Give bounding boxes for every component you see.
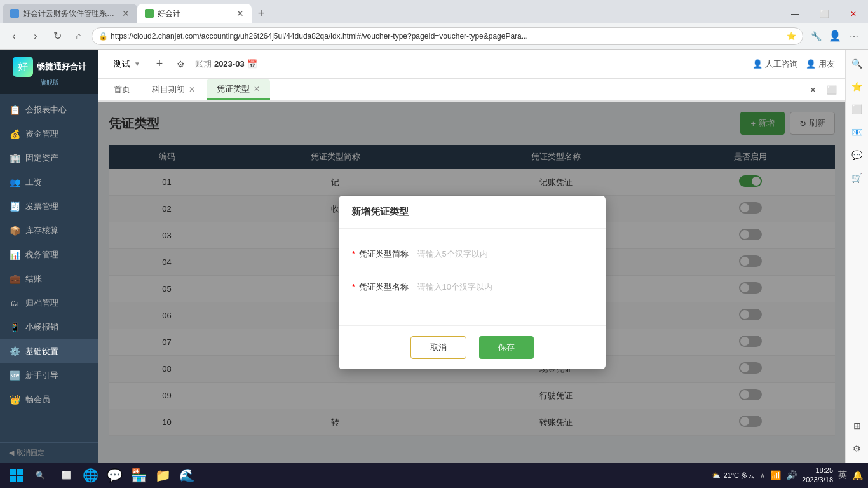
calendar-icon[interactable]: 📅 — [247, 59, 257, 69]
taskbar-app-edge[interactable]: 🌊 — [175, 464, 198, 487]
taskbar-app-multidesk[interactable]: ⬜ — [55, 464, 78, 487]
sidebar-item-checkout[interactable]: 💼 结账 — [0, 267, 98, 291]
home-button[interactable]: ⌂ — [70, 27, 88, 45]
bookmark-icon[interactable]: ⭐ — [787, 32, 796, 41]
sidebar-item-member[interactable]: 👑 畅会员 — [0, 388, 98, 412]
right-panel: 🔍 ⭐ ⬜ 📧 💬 🛒 ⊞ ⚙ — [845, 50, 868, 463]
taskbar-clock[interactable]: 18:25 2023/3/18 — [802, 466, 833, 485]
profile-button[interactable]: 👤 — [826, 27, 844, 45]
extensions-button[interactable]: 🔧 — [807, 27, 825, 45]
reload-button[interactable]: ↻ — [48, 27, 66, 45]
archive-icon: 🗂 — [9, 297, 20, 309]
reports-icon: 📋 — [9, 104, 20, 116]
sidebar-item-settings[interactable]: ⚙️ 基础设置 — [0, 339, 98, 363]
right-tool-star[interactable]: ⭐ — [848, 78, 866, 95]
lock-icon: 🔒 — [98, 32, 108, 41]
page-tabs: 首页 科目期初 ✕ 凭证类型 ✕ ✕ ⬜ — [98, 79, 845, 102]
tab2-favicon — [145, 9, 154, 18]
start-button[interactable] — [5, 464, 28, 487]
field-short-input[interactable] — [415, 244, 593, 264]
right-tool-settings[interactable]: ⚙ — [848, 440, 866, 458]
tab2-close[interactable]: ✕ — [236, 8, 244, 18]
tab-maximize-button[interactable]: ⬜ — [824, 81, 840, 98]
consult-label: 人工咨询 — [765, 58, 798, 70]
taskbar-search-button[interactable]: 🔍 — [31, 466, 50, 485]
windows-icon — [10, 469, 23, 482]
right-tool-grid[interactable]: ⊞ — [848, 417, 866, 435]
sidebar-item-reports[interactable]: 📋 会报表中心 — [0, 98, 98, 122]
browser-tab-2[interactable]: 好会计 ✕ — [137, 4, 252, 23]
maximize-button[interactable]: ⬜ — [810, 5, 839, 23]
dialog-save-button[interactable]: 保存 — [479, 336, 534, 359]
user-avatar-icon: 👤 — [806, 59, 816, 69]
tab-close-all-button[interactable]: ✕ — [804, 81, 821, 98]
form-label-short: * 凭证类型简称 — [351, 248, 409, 260]
right-tool-outlook[interactable]: 📧 — [848, 123, 866, 141]
sidebar-item-label-reports: 会报表中心 — [25, 104, 67, 116]
tax-icon: 📊 — [9, 249, 20, 261]
sidebar-item-label-archive: 归档管理 — [25, 297, 58, 309]
logo-area: 好 畅捷通好合计 — [13, 57, 86, 77]
consult-button[interactable]: 👤 人工咨询 — [752, 58, 798, 70]
close-window-button[interactable]: ✕ — [839, 5, 868, 23]
topbar: 测试 ▼ + ⚙ 账期 2023-03 📅 👤 人工咨询 👤 — [98, 50, 845, 79]
tab-home[interactable]: 首页 — [104, 80, 140, 99]
new-tab-button[interactable]: + — [252, 4, 271, 23]
sidebar-item-expense[interactable]: 📱 小畅报销 — [0, 315, 98, 339]
browser-tab-1[interactable]: 好会计云财务软件管理系统_会计 ✕ — [3, 4, 137, 23]
sidebar-item-archive[interactable]: 🗂 归档管理 — [0, 291, 98, 315]
sidebar-item-guide[interactable]: 🆕 新手引导 — [0, 363, 98, 388]
tab-voucher-label: 凭证类型 — [217, 83, 250, 95]
sidebar-item-invoice[interactable]: 🧾 发票管理 — [0, 194, 98, 219]
right-tool-apps[interactable]: ⬜ — [848, 100, 866, 118]
forward-button[interactable]: › — [27, 27, 44, 45]
sidebar-item-tax[interactable]: 📊 税务管理 — [0, 243, 98, 267]
company-selector[interactable]: 测试 ▼ — [109, 56, 146, 72]
sidebar-item-assets[interactable]: 🏢 固定资产 — [0, 146, 98, 170]
right-tool-shopping[interactable]: 🛒 — [848, 169, 866, 187]
lang-indicator[interactable]: 英 — [838, 470, 847, 481]
add-company-button[interactable]: + — [152, 57, 167, 72]
sidebar-item-salary[interactable]: 👥 工资 — [0, 170, 98, 194]
tab-voucher-type[interactable]: 凭证类型 ✕ — [207, 79, 270, 100]
back-button[interactable]: ‹ — [5, 27, 23, 45]
minimize-button[interactable]: — — [780, 5, 810, 23]
expense-icon: 📱 — [9, 322, 20, 333]
taskbar-app-files[interactable]: 📁 — [151, 464, 174, 487]
sidebar-item-label-expense: 小畅报销 — [25, 322, 58, 333]
weather-widget[interactable]: ⛅ 21°C 多云 — [712, 471, 755, 480]
right-tool-search[interactable]: 🔍 — [848, 55, 866, 72]
dialog-cancel-button[interactable]: 取消 — [410, 336, 466, 359]
main-content: 测试 ▼ + ⚙ 账期 2023-03 📅 👤 人工咨询 👤 — [98, 50, 845, 463]
sidebar-item-label-salary: 工资 — [25, 177, 42, 188]
volume-icon[interactable]: 🔊 — [786, 470, 797, 480]
tab-subject[interactable]: 科目期初 ✕ — [142, 80, 205, 99]
company-dropdown-icon: ▼ — [134, 60, 140, 67]
right-tool-chat[interactable]: 💬 — [848, 146, 866, 164]
user-button[interactable]: 👤 用友 — [806, 58, 835, 70]
address-bar-row: ‹ › ↻ ⌂ 🔒 https://cloud2.chanjet.com/acc… — [0, 23, 868, 50]
taskbar-app-wechat[interactable]: 💬 — [103, 464, 126, 487]
network-icon[interactable]: 📶 — [770, 470, 781, 480]
taskbar-app-store[interactable]: 🏪 — [127, 464, 150, 487]
tab1-close[interactable]: ✕ — [122, 8, 130, 18]
tab-voucher-close[interactable]: ✕ — [254, 85, 260, 93]
browser-toolbar: 🔧 👤 ⋯ — [807, 27, 863, 45]
sidebar-item-label-tax: 税务管理 — [25, 249, 58, 261]
required-asterisk-1: * — [352, 249, 355, 259]
logo-badge: 旗舰版 — [40, 78, 59, 87]
field-name-input[interactable] — [415, 277, 593, 297]
dialog-body: * 凭证类型简称 * 凭证类型名称 — [339, 229, 606, 325]
tab-subject-close[interactable]: ✕ — [189, 85, 195, 94]
url-bar[interactable]: 🔒 https://cloud2.chanjet.com/accounting/… — [92, 27, 803, 45]
app-container: 好 畅捷通好合计 旗舰版 📋 会报表中心 💰 资金管理 🏢 固定资产 — [0, 50, 868, 463]
notification-icon[interactable]: 🔔 — [852, 470, 863, 480]
sidebar-item-inventory[interactable]: 📦 库存核算 — [0, 219, 98, 243]
sidebar-item-finance[interactable]: 💰 资金管理 — [0, 122, 98, 146]
taskbar-app-chrome[interactable]: 🌐 — [79, 464, 102, 487]
taskbar-arrows[interactable]: ∧ — [760, 471, 765, 480]
cancel-pin-button[interactable]: ◀ 取消固定 — [9, 448, 90, 458]
menu-button[interactable]: ⋯ — [845, 27, 863, 45]
dialog-overlay: 新增凭证类型 * 凭证类型简称 — [98, 102, 845, 463]
topbar-settings-button[interactable]: ⚙ — [173, 57, 189, 72]
